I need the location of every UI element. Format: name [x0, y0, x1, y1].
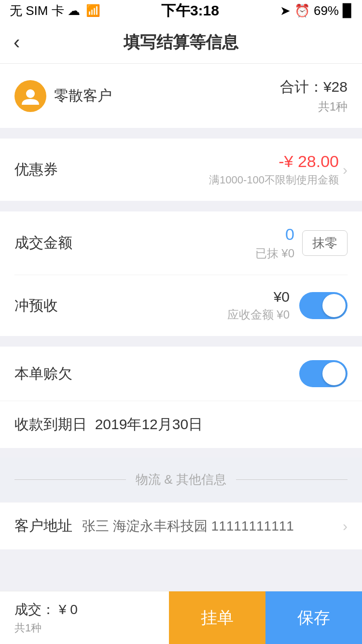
- address-chevron-icon: ›: [343, 518, 348, 534]
- coupon-section[interactable]: 优惠券 -¥ 28.00 满1000-100不限制使用金额 ›: [0, 139, 362, 201]
- credit-label: 本单赊欠: [14, 364, 72, 384]
- bottom-transaction: 成交： ¥ 0: [14, 601, 154, 619]
- address-section[interactable]: 客户地址 张三 海淀永丰科技园 11111111111 ›: [0, 503, 362, 549]
- bottom-bar: 成交： ¥ 0 共1种 挂单 保存: [0, 591, 362, 644]
- bottom-count: 共1种: [14, 621, 154, 635]
- round-off-button[interactable]: 抹零: [302, 230, 348, 256]
- location-icon: ➤: [280, 3, 291, 18]
- transaction-label: 成交金额: [14, 233, 72, 253]
- transaction-section: 成交金额 0 已抹 ¥0 抹零 冲预收 ¥0 应收金额 ¥0: [0, 211, 362, 336]
- customer-right: 合计：¥28 共1种: [280, 77, 348, 114]
- logistics-divider: 物流 & 其他信息: [14, 471, 348, 488]
- prepay-toggle[interactable]: [299, 292, 348, 319]
- logistics-label: 物流 & 其他信息: [136, 471, 226, 488]
- alarm-icon: ⏰: [294, 3, 310, 18]
- avatar-icon: [21, 86, 40, 106]
- credit-toggle-knob: [322, 362, 346, 385]
- sim-label: 无 SIM 卡 ☁: [10, 2, 80, 19]
- customer-name: 零散客户: [54, 86, 112, 106]
- customer-left: 零散客户: [14, 80, 112, 112]
- coupon-desc: 满1000-100不限制使用金额: [209, 173, 339, 187]
- transaction-row: 成交金额 0 已抹 ¥0 抹零: [14, 211, 348, 275]
- total-count: 共1种: [280, 99, 348, 114]
- divider-2: [0, 202, 362, 211]
- save-button[interactable]: 保存: [265, 591, 362, 644]
- wifi-icon: 📶: [86, 4, 100, 17]
- status-left: 无 SIM 卡 ☁ 📶: [10, 2, 100, 19]
- transaction-amount[interactable]: 0: [255, 225, 294, 244]
- nav-bar: ‹ 填写结算等信息: [0, 21, 362, 64]
- logistics-section: 物流 & 其他信息: [0, 458, 362, 502]
- coupon-discount: -¥ 28.00: [209, 152, 339, 171]
- divider-1: [0, 129, 362, 139]
- chevron-right-icon: ›: [343, 162, 348, 178]
- credit-section: 本单赊欠: [0, 347, 362, 401]
- hang-button[interactable]: 挂单: [169, 591, 265, 644]
- bottom-amount: ¥ 0: [59, 602, 78, 617]
- bottom-info: 成交： ¥ 0 共1种: [0, 601, 169, 635]
- svg-point-0: [26, 89, 35, 98]
- customer-section: 零散客户 合计：¥28 共1种: [0, 64, 362, 128]
- credit-toggle[interactable]: [299, 360, 348, 387]
- back-button[interactable]: ‹: [14, 31, 20, 53]
- prepay-amount: ¥0: [227, 289, 290, 305]
- toggle-knob: [322, 294, 346, 317]
- transaction-amount-col: 0 已抹 ¥0: [255, 225, 294, 261]
- total-amount: 合计：¥28: [280, 77, 348, 97]
- divider-3: [0, 337, 362, 347]
- divider-line-right: [236, 479, 348, 480]
- due-date-section: 收款到期日 2019年12月30日: [0, 401, 362, 448]
- coupon-info: -¥ 28.00 满1000-100不限制使用金额: [209, 152, 339, 187]
- bottom-buttons: 挂单 保存: [169, 591, 362, 644]
- coupon-label: 优惠券: [14, 160, 58, 180]
- battery-icon: ▉: [343, 3, 352, 18]
- page-title: 填写结算等信息: [124, 31, 238, 54]
- status-right: ➤ ⏰ 69% ▉: [280, 3, 352, 18]
- customer-avatar: [14, 80, 46, 112]
- due-date-label: 收款到期日 2019年12月30日: [14, 416, 203, 432]
- address-value: 张三 海淀永丰科技园 11111111111: [82, 517, 337, 535]
- address-label: 客户地址: [14, 516, 72, 536]
- transaction-right: 0 已抹 ¥0 抹零: [255, 225, 348, 261]
- prepay-right: ¥0 应收金额 ¥0: [227, 289, 348, 322]
- status-bar: 无 SIM 卡 ☁ 📶 下午3:18 ➤ ⏰ 69% ▉: [0, 0, 362, 21]
- battery-label: 69%: [314, 3, 339, 18]
- divider-line-left: [14, 479, 126, 480]
- prepay-amounts: ¥0 应收金额 ¥0: [227, 289, 290, 322]
- transaction-sub: 已抹 ¥0: [255, 246, 294, 261]
- status-time: 下午3:18: [161, 1, 219, 21]
- prepay-sub: 应收金额 ¥0: [227, 307, 290, 322]
- prepay-label: 冲预收: [14, 296, 58, 316]
- prepay-row: 冲预收 ¥0 应收金额 ¥0: [14, 275, 348, 336]
- divider-4: [0, 448, 362, 458]
- coupon-right: -¥ 28.00 满1000-100不限制使用金额 ›: [209, 152, 348, 187]
